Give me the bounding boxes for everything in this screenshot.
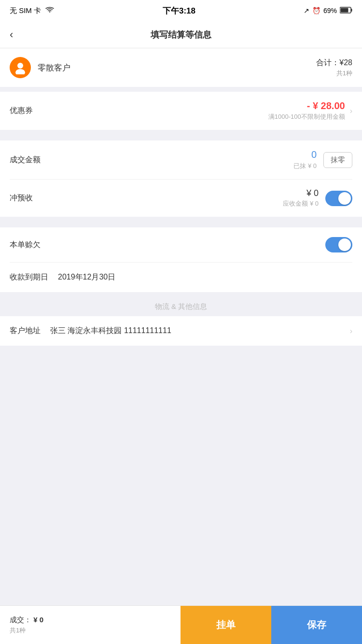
bottom-count: 共1种 bbox=[10, 626, 171, 635]
deal-amount: ¥ 0 bbox=[33, 616, 43, 624]
address-chevron-icon: › bbox=[350, 327, 352, 336]
address-label: 客户地址 bbox=[10, 326, 41, 336]
bottom-bar: 成交： ¥ 0 共1种 挂单 保存 bbox=[0, 605, 362, 644]
nav-bar: ‹ 填写结算等信息 bbox=[0, 21, 362, 48]
customer-name: 零散客户 bbox=[38, 62, 70, 73]
due-date-row: 收款到期日 2019年12月30日 bbox=[10, 263, 352, 292]
divider-2 bbox=[0, 222, 362, 227]
customer-total: 合计：¥28 bbox=[316, 58, 352, 68]
save-button[interactable]: 保存 bbox=[271, 606, 362, 644]
credit-toggle-knob bbox=[338, 238, 351, 251]
avatar bbox=[10, 57, 31, 78]
bottom-deal-text: 成交： ¥ 0 bbox=[10, 616, 171, 625]
address-section[interactable]: 客户地址 张三 海淀永丰科技园 11111111111 › bbox=[0, 316, 362, 346]
prepay-row: 冲预收 ¥ 0 应收金额 ¥ 0 bbox=[10, 180, 352, 217]
due-date-value: 2019年12月30日 bbox=[58, 272, 115, 282]
amount-row: 成交金额 0 已抹 ¥ 0 抹零 bbox=[10, 140, 352, 180]
bottom-info: 成交： ¥ 0 共1种 bbox=[0, 616, 181, 635]
prepay-right: ¥ 0 应收金额 ¥ 0 bbox=[283, 188, 352, 208]
amount-right: 0 已抹 ¥ 0 抹零 bbox=[293, 149, 352, 170]
credit-label: 本单赊欠 bbox=[10, 240, 41, 250]
svg-rect-2 bbox=[340, 8, 348, 12]
credit-section: 本单赊欠 收款到期日 2019年12月30日 bbox=[0, 227, 362, 292]
status-right: ↗ ⏰ 69% bbox=[304, 7, 352, 15]
battery-icon bbox=[340, 7, 352, 15]
credit-toggle[interactable] bbox=[325, 237, 352, 252]
back-button[interactable]: ‹ bbox=[10, 28, 13, 41]
coupon-chevron-icon: › bbox=[350, 107, 352, 115]
credit-row: 本单赊欠 bbox=[10, 227, 352, 263]
prepay-toggle[interactable] bbox=[325, 191, 352, 206]
alarm-icon: ⏰ bbox=[312, 7, 320, 14]
coupon-discount: - ¥ 28.00 bbox=[268, 100, 345, 112]
customer-left: 零散客户 bbox=[10, 57, 70, 78]
location-icon: ↗ bbox=[304, 7, 309, 14]
logistics-title: 物流 & 其他信息 bbox=[155, 302, 207, 311]
back-icon: ‹ bbox=[10, 28, 13, 41]
logistics-divider: 物流 & 其他信息 bbox=[0, 297, 362, 316]
wifi-icon bbox=[45, 7, 55, 15]
prepay-sub: 应收金额 ¥ 0 bbox=[283, 199, 319, 208]
due-date-label: 收款到期日 bbox=[10, 272, 48, 282]
amount-value: 0 bbox=[311, 149, 317, 160]
pend-button[interactable]: 挂单 bbox=[181, 606, 271, 644]
customer-section: 零散客户 合计：¥28 共1种 bbox=[0, 48, 362, 87]
address-value: 张三 海淀永丰科技园 11111111111 bbox=[50, 326, 346, 336]
page-title: 填写结算等信息 bbox=[151, 29, 211, 41]
carrier-label: 无 SIM 卡 bbox=[10, 6, 41, 15]
main-content: 零散客户 合计：¥28 共1种 优惠券 - ¥ 28.00 满1000-100不… bbox=[0, 48, 362, 394]
customer-right: 合计：¥28 共1种 bbox=[316, 58, 352, 78]
status-time: 下午3:18 bbox=[163, 5, 195, 16]
round-button[interactable]: 抹零 bbox=[323, 152, 352, 168]
pend-button-label: 挂单 bbox=[216, 618, 236, 631]
bottom-spacer bbox=[0, 346, 362, 394]
transaction-section: 成交金额 0 已抹 ¥ 0 抹零 冲预收 ¥ 0 应收金额 ¥ 0 bbox=[0, 140, 362, 217]
svg-point-4 bbox=[15, 69, 25, 74]
prepay-amount: ¥ 0 bbox=[283, 188, 319, 198]
svg-point-3 bbox=[17, 63, 23, 69]
coupon-section[interactable]: 优惠券 - ¥ 28.00 满1000-100不限制使用金额 › bbox=[0, 92, 362, 130]
amount-label: 成交金额 bbox=[10, 155, 41, 165]
coupon-label: 优惠券 bbox=[10, 106, 33, 116]
save-button-label: 保存 bbox=[307, 618, 326, 631]
toggle-knob bbox=[338, 192, 351, 205]
coupon-desc: 满1000-100不限制使用金额 bbox=[268, 112, 345, 121]
svg-rect-1 bbox=[351, 9, 352, 12]
status-bar: 无 SIM 卡 下午3:18 ↗ ⏰ 69% bbox=[0, 0, 362, 21]
amount-wrap: 0 已抹 ¥ 0 bbox=[293, 149, 317, 170]
battery-label: 69% bbox=[323, 7, 337, 14]
status-left: 无 SIM 卡 bbox=[10, 6, 55, 15]
deal-label: 成交： bbox=[10, 616, 31, 624]
prepay-amount-wrap: ¥ 0 应收金额 ¥ 0 bbox=[283, 188, 319, 208]
amount-sub: 已抹 ¥ 0 bbox=[293, 162, 317, 170]
customer-count: 共1种 bbox=[316, 69, 352, 78]
divider-1 bbox=[0, 135, 362, 140]
prepay-label: 冲预收 bbox=[10, 193, 33, 203]
